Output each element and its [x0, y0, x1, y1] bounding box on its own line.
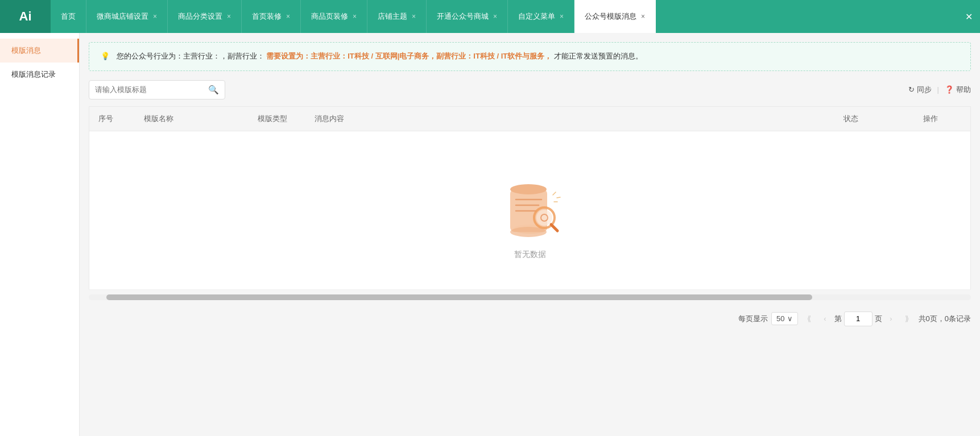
col-header-type: 模版类型 [249, 106, 305, 131]
svg-line-11 [553, 192, 556, 195]
table-head: 序号模版名称模版类型消息内容状态操作 [89, 106, 971, 131]
close-tab-icon-templatemsg[interactable]: × [641, 13, 645, 20]
total-label: 共0页，0条记录 [919, 314, 971, 324]
sync-label: 同步 [917, 85, 932, 95]
scrollbar-area[interactable] [89, 294, 971, 300]
col-header-seq: 序号 [89, 106, 135, 131]
notice-suffix: 才能正常发送预置的消息。 [554, 52, 643, 60]
nav-tab-productpage[interactable]: 商品页装修× [301, 0, 367, 33]
divider: | [937, 85, 939, 94]
nav-tab-category[interactable]: 商品分类设置× [168, 0, 242, 33]
col-header-name: 模版名称 [135, 106, 249, 131]
nav-tab-home[interactable]: 首页 [51, 0, 86, 33]
empty-icon [496, 172, 564, 240]
empty-state-row: 暂无数据 [89, 131, 971, 289]
top-nav: Ai 首页微商城店铺设置×商品分类设置×首页装修×商品页装修×店铺主题×开通公众… [0, 0, 980, 33]
col-header-content: 消息内容 [305, 106, 834, 131]
bulb-icon: 💡 [101, 52, 110, 60]
svg-point-8 [536, 210, 552, 226]
col-header-status: 状态 [834, 106, 914, 131]
help-icon: ❓ [945, 85, 954, 94]
pagination-bar: 每页显示 50 ∨ ⟪ ‹ 第 页 › ⟫ 共0页，0条记录 [89, 305, 971, 326]
close-tab-icon-category[interactable]: × [227, 13, 231, 20]
sidebar-item-template-msg[interactable]: 模版消息 [0, 39, 79, 63]
page-size-select: 每页显示 50 ∨ [738, 312, 797, 325]
nav-tab-shoptheme[interactable]: 店铺主题× [367, 0, 427, 33]
nav-tab-weishop[interactable]: 微商城店铺设置× [86, 0, 168, 33]
svg-line-12 [557, 197, 560, 198]
scrollbar-thumb[interactable] [106, 294, 812, 300]
page-nav: ⟪ ‹ 第 页 › ⟫ [803, 312, 914, 326]
close-all-button[interactable]: ✕ [957, 0, 980, 33]
close-tab-icon-productpage[interactable]: × [353, 13, 357, 20]
nav-tab-wechatshop[interactable]: 开通公众号商城× [427, 0, 508, 33]
prev-page-button[interactable]: ‹ [818, 312, 832, 326]
last-page-button[interactable]: ⟫ [900, 312, 914, 326]
next-page-button[interactable]: › [884, 312, 898, 326]
nav-tabs: 首页微商城店铺设置×商品分类设置×首页装修×商品页装修×店铺主题×开通公众号商城… [51, 0, 957, 33]
sidebar-item-template-msg-record[interactable]: 模版消息记录 [0, 63, 79, 86]
chevron-down-icon: ∨ [787, 314, 793, 323]
sidebar: 模版消息模版消息记录 [0, 33, 80, 436]
page-number-input[interactable] [844, 312, 873, 326]
page-size-dropdown[interactable]: 50 ∨ [771, 312, 797, 325]
close-tab-icon-weishop[interactable]: × [153, 13, 157, 20]
close-tab-icon-shoptheme[interactable]: × [412, 13, 416, 20]
notice-prefix: 您的公众号行业为：主营行业：，副营行业： [117, 52, 264, 60]
notice-highlight: 需要设置为：主营行业：IT科技 / 互联网|电子商务，副营行业：IT科技 / I… [266, 52, 552, 60]
content-area: 💡 您的公众号行业为：主营行业：，副营行业： 需要设置为：主营行业：IT科技 /… [80, 33, 980, 436]
close-tab-icon-wechatshop[interactable]: × [493, 13, 497, 20]
svg-line-9 [551, 225, 557, 231]
help-label: 帮助 [956, 85, 971, 95]
page-label-after: 页 [875, 314, 882, 324]
page-size-value: 50 [776, 314, 784, 323]
data-table: 序号模版名称模版类型消息内容状态操作 [89, 106, 971, 290]
nav-tab-custommenu[interactable]: 自定义菜单× [508, 0, 574, 33]
table-body: 暂无数据 [89, 131, 971, 289]
sync-button[interactable]: ↻ 同步 [908, 85, 932, 95]
nav-tab-homepage[interactable]: 首页装修× [242, 0, 301, 33]
page-size-label: 每页显示 [738, 314, 768, 324]
search-bar: 🔍 ↻ 同步 | ❓ 帮助 [89, 80, 971, 99]
empty-illustration [496, 172, 564, 240]
search-button[interactable]: 🔍 [208, 85, 219, 95]
empty-text: 暂无数据 [98, 250, 961, 260]
nav-tab-templatemsg[interactable]: 公众号模版消息× [574, 0, 656, 33]
svg-point-2 [510, 184, 547, 194]
sync-icon: ↻ [908, 85, 915, 94]
search-input[interactable] [95, 85, 208, 94]
search-input-wrap: 🔍 [89, 80, 225, 99]
first-page-button[interactable]: ⟪ [803, 312, 816, 326]
page-label-before: 第 [834, 314, 842, 324]
col-header-action: 操作 [914, 106, 971, 131]
logo: Ai [0, 0, 51, 33]
main-layout: 模版消息模版消息记录 💡 您的公众号行业为：主营行业：，副营行业： 需要设置为：… [0, 33, 980, 436]
notice-banner: 💡 您的公众号行业为：主营行业：，副营行业： 需要设置为：主营行业：IT科技 /… [89, 42, 971, 71]
help-button[interactable]: ❓ 帮助 [945, 85, 971, 95]
empty-state-cell: 暂无数据 [89, 131, 971, 289]
empty-state: 暂无数据 [98, 138, 961, 283]
table-header-row: 序号模版名称模版类型消息内容状态操作 [89, 106, 971, 131]
close-tab-icon-homepage[interactable]: × [286, 13, 290, 20]
search-actions: ↻ 同步 | ❓ 帮助 [908, 85, 971, 95]
close-tab-icon-custommenu[interactable]: × [560, 13, 564, 20]
